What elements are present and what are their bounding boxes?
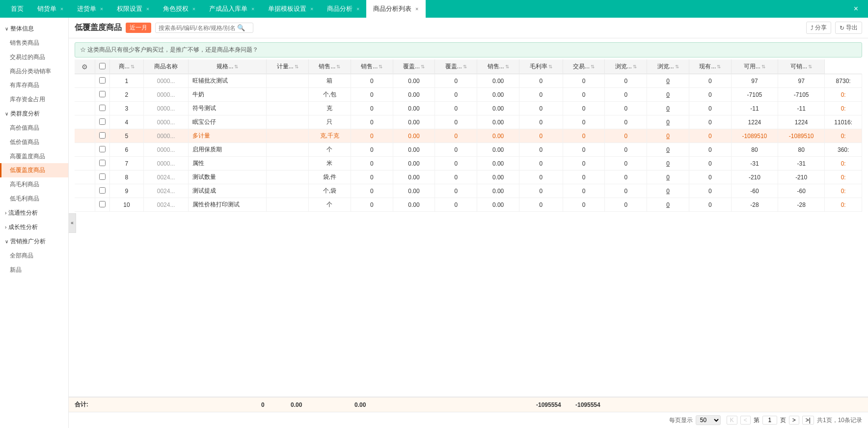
sellable-column-header[interactable]: 可销...⇅: [778, 59, 825, 74]
content-header: 低覆盖度商品 近一月 🔍 ⤴ 分享 ↻ 导出: [69, 18, 868, 38]
sales3-column-header[interactable]: 销售...⇅: [477, 59, 519, 74]
cover2-column-header[interactable]: 覆盖...⇅: [435, 59, 477, 74]
row-select-checkbox[interactable]: [99, 173, 106, 180]
close-icon[interactable]: ×: [310, 6, 313, 12]
sidebar-item-low-margin[interactable]: 低毛利商品: [0, 192, 68, 206]
row-browse1[interactable]: 0: [647, 115, 689, 129]
nav-product-inbound[interactable]: 产成品入库单 ×: [202, 0, 261, 18]
sidebar-item-new-products[interactable]: 新品: [0, 263, 68, 277]
nav-sales[interactable]: 销货单 ×: [30, 0, 70, 18]
row-checkbox[interactable]: [95, 88, 109, 102]
settings-column-header[interactable]: ⚙: [75, 59, 95, 74]
sidebar-section-growth[interactable]: › 成长性分析: [0, 220, 68, 234]
code-column-header[interactable]: 商...⇅: [109, 59, 143, 74]
row-select-checkbox[interactable]: [99, 105, 106, 111]
sidebar-item-all-products[interactable]: 全部商品: [0, 249, 68, 263]
row-browse1[interactable]: 0: [647, 129, 689, 143]
row-checkbox[interactable]: [95, 102, 109, 115]
window-close-button[interactable]: ×: [848, 0, 864, 18]
sidebar-item-traded-products[interactable]: 交易过的商品: [0, 50, 68, 64]
available-column-header[interactable]: 可用...⇅: [731, 59, 778, 74]
sidebar-collapse-button[interactable]: «: [69, 213, 76, 233]
table-row: 9 0024... 测试提成 个,袋 0 0.00 0 0.00 0 0 0 0…: [75, 184, 862, 198]
trade-column-header[interactable]: 交易...⇅: [563, 59, 605, 74]
row-select-checkbox[interactable]: [99, 201, 106, 207]
sidebar-section-overall[interactable]: ∨ 整体信息: [0, 22, 68, 36]
row-checkbox[interactable]: [95, 157, 109, 171]
sales1-column-header[interactable]: 销售...⇅: [309, 59, 351, 74]
close-icon[interactable]: ×: [60, 6, 63, 12]
nav-home[interactable]: 首页: [4, 0, 30, 18]
sidebar-item-high-value[interactable]: 高价值商品: [0, 121, 68, 135]
sidebar-section-marketing[interactable]: ∨ 营销推广分析: [0, 234, 68, 249]
row-browse1[interactable]: 0: [647, 102, 689, 115]
unit-column-header[interactable]: 计量...⇅: [267, 59, 309, 74]
settings-icon[interactable]: ⚙: [81, 63, 88, 71]
select-all-checkbox[interactable]: [99, 63, 106, 69]
last-page-button[interactable]: >|: [802, 416, 814, 425]
close-icon[interactable]: ×: [100, 6, 103, 12]
row-checkbox[interactable]: [95, 74, 109, 88]
close-icon[interactable]: ×: [251, 6, 254, 12]
nav-template[interactable]: 单据模板设置 ×: [261, 0, 320, 18]
cover1-column-header[interactable]: 覆盖...⇅: [393, 59, 435, 74]
row-select-checkbox[interactable]: [99, 146, 106, 152]
row-checkbox[interactable]: [95, 184, 109, 198]
sidebar-item-high-margin[interactable]: 高毛利商品: [0, 177, 68, 192]
close-icon[interactable]: ×: [192, 6, 195, 12]
per-page-select[interactable]: 50 20 100: [696, 415, 721, 425]
row-browse1[interactable]: 0: [647, 198, 689, 212]
row-select-checkbox[interactable]: [99, 118, 106, 125]
nav-product-analysis-list[interactable]: 商品分析列表 ×: [366, 0, 425, 18]
spec-column-header[interactable]: 规格...⇅: [189, 59, 267, 74]
row-select-checkbox[interactable]: [99, 187, 106, 194]
page-number-input[interactable]: [762, 416, 777, 425]
nav-product-analysis[interactable]: 商品分析 ×: [320, 0, 366, 18]
row-checkbox[interactable]: [95, 143, 109, 157]
first-page-button[interactable]: K: [727, 416, 737, 425]
browse1-column-header[interactable]: 浏览...⇅: [605, 59, 647, 74]
nav-role[interactable]: 角色授权 ×: [156, 0, 202, 18]
row-settings: [75, 171, 95, 184]
checkbox-column-header[interactable]: [95, 59, 109, 74]
close-icon[interactable]: ×: [356, 6, 359, 12]
sidebar-item-low-coverage[interactable]: 低覆盖度商品: [0, 163, 68, 177]
gross-rate-column-header[interactable]: 毛利率⇅: [519, 59, 563, 74]
row-checkbox[interactable]: [95, 129, 109, 143]
row-select-checkbox[interactable]: [99, 160, 106, 166]
row-browse1[interactable]: 0: [647, 143, 689, 157]
current-column-header[interactable]: 现有...⇅: [689, 59, 732, 74]
row-checkbox[interactable]: [95, 115, 109, 129]
nav-permission[interactable]: 权限设置 ×: [110, 0, 156, 18]
row-browse1[interactable]: 0: [647, 184, 689, 198]
sidebar-section-liquidity[interactable]: › 流通性分析: [0, 206, 68, 220]
row-checkbox[interactable]: [95, 198, 109, 212]
row-select-checkbox[interactable]: [99, 132, 106, 139]
prev-page-button[interactable]: <: [740, 416, 751, 425]
row-browse1[interactable]: 0: [647, 157, 689, 171]
sidebar-item-sales-products[interactable]: 销售类商品: [0, 36, 68, 50]
export-button[interactable]: ↻ 导出: [835, 22, 862, 34]
row-browse1[interactable]: 0: [647, 171, 689, 184]
share-button[interactable]: ⤴ 分享: [806, 22, 831, 34]
sidebar-item-high-coverage[interactable]: 高覆盖度商品: [0, 149, 68, 164]
sidebar-item-inventory-funds[interactable]: 库存资金占用: [0, 92, 68, 107]
row-browse1[interactable]: 0: [647, 88, 689, 102]
close-icon[interactable]: ×: [146, 6, 149, 12]
row-select-checkbox[interactable]: [99, 91, 106, 97]
row-select-checkbox[interactable]: [99, 77, 106, 84]
row-checkbox[interactable]: [95, 171, 109, 184]
nav-purchase[interactable]: 进货单 ×: [70, 0, 110, 18]
sidebar-item-category-turnover[interactable]: 商品分类动销率: [0, 64, 68, 79]
search-input[interactable]: [159, 25, 237, 31]
close-icon[interactable]: ×: [415, 6, 418, 12]
next-page-button[interactable]: >: [789, 416, 799, 425]
search-icon[interactable]: 🔍: [237, 24, 245, 31]
sidebar-item-low-value[interactable]: 低价值商品: [0, 135, 68, 149]
browse2-column-header[interactable]: 浏览...⇅: [647, 59, 689, 74]
row-browse1[interactable]: 0: [647, 74, 689, 88]
sidebar-item-stocked-products[interactable]: 有库存商品: [0, 78, 68, 92]
sidebar-section-cluster[interactable]: ∨ 类群度分析: [0, 107, 68, 121]
sales2-column-header[interactable]: 销售...⇅: [351, 59, 393, 74]
period-button[interactable]: 近一月: [126, 23, 151, 33]
